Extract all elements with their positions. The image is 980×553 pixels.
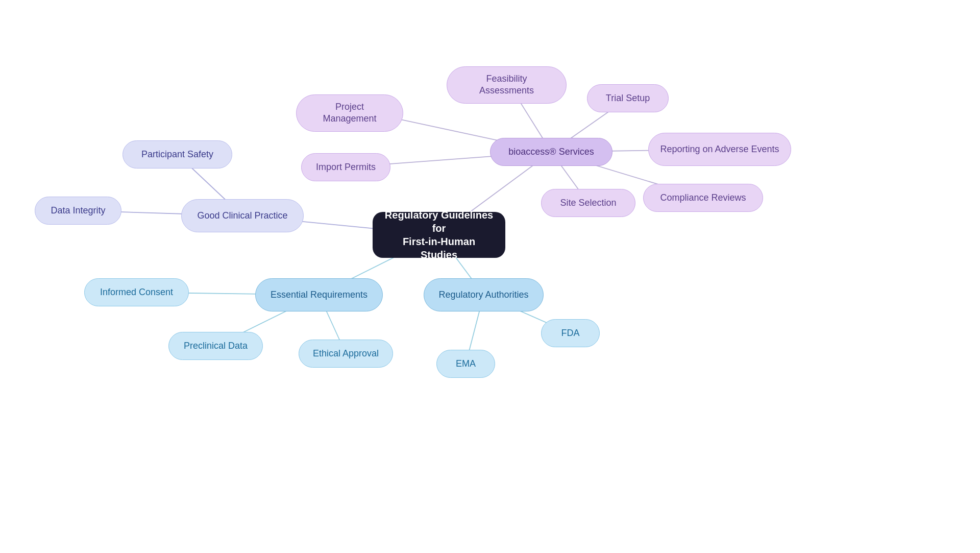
good-clinical-label: Good Clinical Practice bbox=[197, 210, 287, 222]
essential-req-node[interactable]: Essential Requirements bbox=[255, 278, 383, 311]
informed-consent-node[interactable]: Informed Consent bbox=[84, 278, 189, 306]
informed-consent-label: Informed Consent bbox=[100, 286, 173, 298]
reg-auth-node[interactable]: Regulatory Authorities bbox=[424, 278, 544, 311]
ethical-node[interactable]: Ethical Approval bbox=[299, 340, 393, 368]
reg-auth-label: Regulatory Authorities bbox=[438, 289, 528, 301]
ema-node[interactable]: EMA bbox=[436, 350, 495, 378]
feasibility-label: Feasibility Assessments bbox=[458, 73, 555, 97]
data-integrity-node[interactable]: Data Integrity bbox=[35, 197, 121, 225]
essential-req-label: Essential Requirements bbox=[271, 289, 368, 301]
site-selection-node[interactable]: Site Selection bbox=[541, 189, 635, 217]
trial-setup-label: Trial Setup bbox=[606, 92, 650, 104]
good-clinical-node[interactable]: Good Clinical Practice bbox=[181, 199, 304, 232]
compliance-label: Compliance Reviews bbox=[660, 192, 746, 204]
fda-label: FDA bbox=[561, 327, 580, 339]
import-permits-node[interactable]: Import Permits bbox=[301, 153, 390, 181]
bioaccess-label: bioaccess® Services bbox=[508, 146, 594, 158]
feasibility-node[interactable]: Feasibility Assessments bbox=[447, 66, 567, 104]
ethical-label: Ethical Approval bbox=[313, 348, 379, 359]
reporting-node[interactable]: Reporting on Adverse Events bbox=[648, 133, 791, 166]
center-label: Regulatory Guidelines for First-in-Human… bbox=[384, 208, 494, 261]
bioaccess-node[interactable]: bioaccess® Services bbox=[490, 138, 612, 166]
preclinical-node[interactable]: Preclinical Data bbox=[168, 332, 263, 360]
compliance-node[interactable]: Compliance Reviews bbox=[643, 184, 763, 212]
site-selection-label: Site Selection bbox=[560, 197, 616, 209]
data-integrity-label: Data Integrity bbox=[51, 205, 105, 217]
reporting-label: Reporting on Adverse Events bbox=[660, 143, 779, 155]
trial-setup-node[interactable]: Trial Setup bbox=[587, 84, 669, 112]
participant-safety-node[interactable]: Participant Safety bbox=[122, 140, 232, 169]
import-permits-label: Import Permits bbox=[316, 161, 376, 173]
participant-safety-label: Participant Safety bbox=[141, 149, 213, 160]
project-management-label: Project Management bbox=[308, 101, 391, 125]
center-node[interactable]: Regulatory Guidelines for First-in-Human… bbox=[373, 212, 505, 258]
preclinical-label: Preclinical Data bbox=[184, 340, 248, 352]
ema-label: EMA bbox=[456, 358, 476, 370]
fda-node[interactable]: FDA bbox=[541, 319, 600, 347]
project-management-node[interactable]: Project Management bbox=[296, 94, 403, 132]
